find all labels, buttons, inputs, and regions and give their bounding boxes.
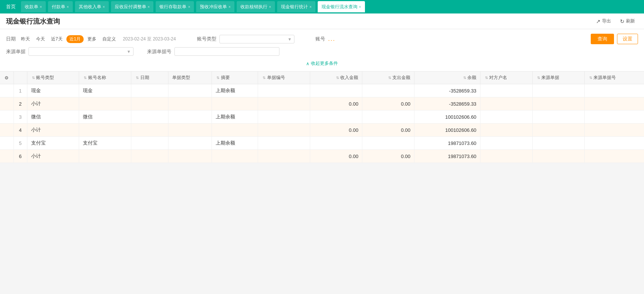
col-summary[interactable]: ⇅ 摘要 [212, 72, 258, 84]
col-gear[interactable]: ⚙ [0, 72, 14, 84]
close-icon[interactable]: × [148, 5, 150, 9]
cell-income: 0.00 [310, 97, 362, 110]
col-counterpart[interactable]: ⇅ 对方户名 [480, 72, 533, 84]
col-balance[interactable]: ⇅ 余额 [414, 72, 480, 84]
col-doc-no[interactable]: ⇅ 单据编号 [258, 72, 310, 84]
cell-date [131, 110, 168, 124]
close-icon[interactable]: × [188, 5, 190, 9]
account-type-label: 账号类型 [197, 36, 216, 42]
cell-balance: -3528659.33 [414, 97, 480, 110]
cell-summary: 上期余额 [212, 137, 258, 150]
cell-income: 0.00 [310, 150, 362, 163]
account-dots-button[interactable]: ... [328, 36, 335, 42]
cell-balance: 19871073.60 [414, 137, 480, 150]
date-range: 2023-02-24 至 2023-03-24 [123, 36, 176, 42]
cell-doc-type [168, 150, 212, 163]
table-row: 6 小计 0.00 0.00 19871073.60 [0, 150, 644, 163]
tab-label: 现金银行流水查询 [321, 4, 357, 10]
gear-icon[interactable]: ⚙ [5, 75, 9, 81]
close-icon[interactable]: × [309, 5, 312, 9]
close-icon[interactable]: × [103, 5, 105, 9]
cell-num: 4 [14, 124, 27, 137]
cell-income [310, 137, 362, 150]
close-icon[interactable]: × [40, 5, 42, 9]
sort-icon: ⇅ [32, 76, 35, 80]
col-doc-type[interactable]: 单据类型 [168, 72, 212, 84]
date-shortcut-更多[interactable]: 更多 [85, 35, 99, 43]
cell-date [131, 84, 168, 97]
col-date[interactable]: ⇅ 日期 [131, 72, 168, 84]
col-expense[interactable]: ⇅ 支出金额 [362, 72, 414, 84]
cell-counterpart [480, 150, 533, 163]
col-num [14, 72, 27, 84]
tab-label: 现金银行统计 [281, 4, 308, 10]
col-account-name[interactable]: ⇅ 账号名称 [79, 72, 131, 84]
page-header: 现金银行流水查询 ↗ 导出 ↻ 刷新 [0, 13, 644, 29]
cell-num: 3 [14, 110, 27, 124]
cell-doc-type [168, 110, 212, 124]
nav-tab-收款核销执行[interactable]: 收款核销执行× [237, 1, 275, 12]
col-source-doc-no[interactable]: ⇅ 来源单据号 [585, 72, 644, 84]
cell-num: 6 [14, 150, 27, 163]
date-shortcut-近1月[interactable]: 近1月 [66, 35, 84, 43]
col-income[interactable]: ⇅ 收入金额 [310, 72, 362, 84]
cell-source-doc-no [585, 110, 644, 124]
cell-gear [0, 84, 14, 97]
cell-doc-type [168, 137, 212, 150]
nav-tab-银行存取款单[interactable]: 银行存取款单× [156, 1, 194, 12]
cell-doc-no [258, 124, 310, 137]
refresh-button[interactable]: ↻ 刷新 [617, 16, 638, 26]
cell-expense [362, 110, 414, 124]
sort-icon-11: ⇅ [589, 76, 592, 80]
source-doc-label: 来源单据 [6, 48, 26, 55]
account-label: 账号 [315, 36, 325, 42]
cell-account-name [79, 97, 131, 110]
nav-home[interactable]: 首页 [2, 0, 20, 13]
cell-num: 5 [14, 137, 27, 150]
cell-expense [362, 137, 414, 150]
search-button[interactable]: 查询 [591, 34, 614, 44]
table-header: ⚙ ⇅ 账号类型 ⇅ 账号名称 ⇅ 日期 单据类型 ⇅ 摘要 ⇅ 单据编号 ⇅ … [0, 72, 644, 84]
nav-tab-其他收入单[interactable]: 其他收入单× [75, 1, 109, 12]
nav-tab-收款单[interactable]: 收款单× [21, 1, 46, 12]
close-icon[interactable]: × [67, 5, 69, 9]
sort-icon-9: ⇅ [485, 76, 488, 80]
close-icon[interactable]: × [359, 5, 361, 9]
cell-source-doc-no [585, 150, 644, 163]
source-doc-no-input[interactable] [174, 47, 279, 56]
nav-tab-预收冲应收单[interactable]: 预收冲应收单× [196, 1, 234, 12]
sort-icon-7: ⇅ [388, 76, 391, 80]
date-shortcut-自定义[interactable]: 自定义 [100, 35, 118, 43]
setting-button[interactable]: 设置 [617, 34, 638, 44]
export-button[interactable]: ↗ 导出 [593, 16, 614, 26]
collapse-bar[interactable]: ∧ 收起更多条件 [6, 59, 638, 67]
cell-doc-no [258, 137, 310, 150]
date-shortcut-昨天[interactable]: 昨天 [19, 35, 32, 43]
cell-doc-type [168, 97, 212, 110]
close-icon[interactable]: × [269, 5, 271, 9]
cell-expense: 0.00 [362, 124, 414, 137]
cell-account-name [79, 124, 131, 137]
date-shortcut-近7天[interactable]: 近7天 [49, 35, 65, 43]
cell-balance: -3528659.33 [414, 84, 480, 97]
close-icon[interactable]: × [228, 5, 231, 9]
source-doc-select[interactable]: ▾ [29, 47, 134, 56]
cell-account-type: 小计 [27, 150, 79, 163]
account-type-select[interactable]: ▾ [219, 35, 294, 43]
cell-expense: 0.00 [362, 97, 414, 110]
nav-tab-应收应付调整单[interactable]: 应收应付调整单× [111, 1, 154, 12]
nav-tab-付款单[interactable]: 付款单× [48, 1, 73, 12]
cell-gear [0, 150, 14, 163]
nav-tab-现金银行流水查询[interactable]: 现金银行流水查询× [318, 1, 365, 12]
action-buttons: 查询 设置 [591, 34, 638, 44]
cell-balance: 100102606.60 [414, 110, 480, 124]
header-actions: ↗ 导出 ↻ 刷新 [593, 16, 638, 26]
nav-tab-现金银行统计[interactable]: 现金银行统计× [277, 1, 315, 12]
cell-source-doc-no [585, 137, 644, 150]
col-source-doc[interactable]: ⇅ 来源单据 [533, 72, 585, 84]
top-nav: 首页 收款单×付款单×其他收入单×应收应付调整单×银行存取款单×预收冲应收单×收… [0, 0, 644, 13]
cell-source-doc [533, 97, 585, 110]
sort-icon-4: ⇅ [216, 76, 219, 80]
date-shortcut-今天[interactable]: 今天 [34, 35, 47, 43]
col-account-type[interactable]: ⇅ 账号类型 [27, 72, 79, 84]
